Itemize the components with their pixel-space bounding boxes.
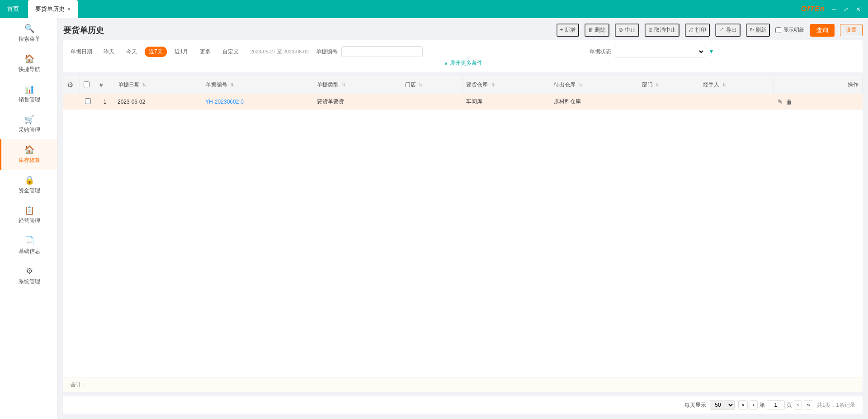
system-mgmt-icon: ⚙ (26, 266, 33, 276)
next-page-button[interactable]: › (794, 400, 802, 409)
page-size-select[interactable]: 10 20 50 100 (710, 400, 735, 410)
content-area: 要货单历史 + 新增 🗑 删除 ⊘ 中止 ⊘ 取消中止 🖨 打印 ↗ 导出 ↻ … (58, 18, 868, 419)
print-button[interactable]: 🖨 打印 (685, 24, 710, 37)
main-layout: 🔍 搜索菜单 🏠 快捷导航 📊 销售管理 🛒 采购管理 🏠 库存核算 🔒 资金管… (0, 18, 868, 419)
sidebar-item-sales-mgmt-label: 销售管理 (19, 96, 40, 104)
doc-number-input[interactable] (341, 46, 423, 57)
pending-warehouse-col-header: 待出仓库 ⇅ (550, 76, 638, 94)
doc-number-sort-icon[interactable]: ⇅ (230, 82, 234, 87)
top-bar: 首页 要货单历史 × OfTEn ─ ⤢ ✕ (0, 0, 868, 18)
row-edit-icon[interactable]: ✎ (778, 98, 783, 105)
handler-col-label: 经手人 (703, 81, 719, 88)
row-delete-icon[interactable]: 🗑 (786, 98, 792, 105)
last-page-button[interactable]: » (804, 400, 813, 409)
doc-status-select[interactable] (615, 46, 705, 57)
expand-more-button[interactable]: ∨ 展开更多条件 (71, 59, 855, 67)
table-header-row: ⚙ # 单据日期 ⇅ 单据编号 ⇅ (63, 76, 863, 94)
settings-button[interactable]: 设置 (840, 24, 863, 36)
export-button[interactable]: ↗ 导出 (715, 24, 740, 37)
sidebar-item-operations-mgmt[interactable]: 📋 经营管理 (0, 200, 57, 230)
first-page-button[interactable]: « (738, 400, 748, 409)
sidebar-item-finance-mgmt[interactable]: 🔒 资金管理 (0, 170, 57, 200)
sidebar-item-basic-info[interactable]: 📄 基础信息 (0, 230, 57, 261)
num-col-header: # (96, 76, 114, 94)
sidebar-item-sales-mgmt[interactable]: 📊 销售管理 (0, 79, 57, 109)
window-resize-icon[interactable]: ⤢ (844, 6, 849, 13)
table-spacer (63, 110, 863, 377)
handler-col-header: 经手人 ⇅ (699, 76, 774, 94)
page-suffix: 页 (787, 401, 792, 409)
table-container: ⚙ # 单据日期 ⇅ 单据编号 ⇅ (63, 76, 863, 392)
table-footer: 合计： (63, 377, 863, 392)
handler-sort-icon[interactable]: ⇅ (722, 82, 726, 87)
row-checkbox[interactable] (85, 98, 91, 104)
doc-number-label: 单据编号 (316, 48, 338, 56)
display-detail-checkbox-group[interactable]: 显示明细 (775, 26, 805, 34)
doc-number-col-header: 单据编号 ⇅ (202, 76, 313, 94)
date-btn-last7days[interactable]: 近7天 (145, 47, 167, 57)
tab-home[interactable]: 首页 (0, 0, 26, 18)
sidebar-item-quick-nav[interactable]: 🏠 快捷导航 (0, 48, 57, 79)
query-button[interactable]: 查询 (810, 24, 835, 37)
status-dropdown-icon[interactable]: ▼ (709, 48, 714, 55)
table-row: 1 2023-06-02 YH-20230602-0 要货单要货 车间库 原材料… (63, 94, 863, 110)
tab-close-icon[interactable]: × (67, 6, 71, 12)
date-btn-today[interactable]: 今天 (122, 47, 141, 57)
select-all-checkbox[interactable] (84, 81, 90, 87)
sidebar-item-purchase-mgmt[interactable]: 🛒 采购管理 (0, 109, 57, 139)
row-doc-number-cell: YH-20230602-0 (202, 94, 313, 110)
doc-date-col-header: 单据日期 ⇅ (114, 76, 202, 94)
doc-type-sort-icon[interactable]: ⇅ (342, 82, 345, 87)
date-btn-custom[interactable]: 自定义 (218, 47, 243, 57)
doc-status-filter-group: 单据状态 ▼ (590, 46, 855, 57)
date-btn-last1month[interactable]: 近1月 (170, 47, 193, 57)
doc-type-col-label: 单据类型 (317, 81, 339, 88)
sidebar-item-basic-info-label: 基础信息 (19, 248, 40, 255)
display-detail-checkbox[interactable] (775, 27, 781, 33)
row-doc-number-link[interactable]: YH-20230602-0 (205, 99, 244, 105)
prev-page-button[interactable]: ‹ (750, 400, 758, 409)
tab-requisition-history[interactable]: 要货单历史 × (28, 0, 78, 18)
settings-col-header: ⚙ (63, 76, 80, 94)
brand-text: OfTEn (801, 5, 825, 13)
stop-button[interactable]: ⊘ 中止 (615, 24, 639, 37)
date-filter-label: 单据日期 (71, 48, 92, 56)
department-col-header: 部门 ⇅ (638, 76, 699, 94)
sidebar-item-system-mgmt[interactable]: ⚙ 系统管理 (0, 261, 57, 291)
department-sort-icon[interactable]: ⇅ (656, 82, 659, 87)
doc-type-col-header: 单据类型 ⇅ (313, 76, 401, 94)
row-handler-cell (699, 94, 774, 110)
pagination-bar: 每页显示 10 20 50 100 « ‹ 第 页 › » 共1页，1条记录 (63, 396, 863, 414)
current-page-input[interactable] (767, 400, 785, 409)
doc-date-col-label: 单据日期 (118, 81, 140, 88)
window-close-icon[interactable]: ✕ (856, 6, 861, 13)
date-btn-more[interactable]: 更多 (196, 47, 215, 57)
req-warehouse-sort-icon[interactable]: ⇅ (491, 82, 495, 87)
toolbar: + 新增 🗑 删除 ⊘ 中止 ⊘ 取消中止 🖨 打印 ↗ 导出 ↻ 刷新 显示明… (557, 24, 863, 37)
window-minimize-icon[interactable]: ─ (832, 6, 836, 13)
inventory-calc-icon: 🏠 (24, 145, 34, 155)
table-settings-icon[interactable]: ⚙ (67, 81, 73, 89)
doc-number-col-label: 单据编号 (206, 81, 227, 88)
store-sort-icon[interactable]: ⇅ (419, 82, 422, 87)
pending-warehouse-col-label: 待出仓库 (554, 81, 576, 88)
total-info: 共1页，1条记录 (817, 401, 855, 409)
quick-nav-icon: 🏠 (24, 54, 34, 64)
sidebar-item-inventory-calc[interactable]: 🏠 库存核算 (0, 139, 57, 170)
sidebar-item-search-menu[interactable]: 🔍 搜索菜单 (0, 18, 57, 48)
page-header: 要货单历史 + 新增 🗑 删除 ⊘ 中止 ⊘ 取消中止 🖨 打印 ↗ 导出 ↻ … (63, 24, 863, 37)
refresh-button[interactable]: ↻ 刷新 (746, 24, 770, 37)
cancel-stop-button[interactable]: ⊘ 取消中止 (645, 24, 679, 37)
doc-number-filter-group: 单据编号 (316, 46, 582, 57)
date-btn-yesterday[interactable]: 昨天 (99, 47, 118, 57)
sidebar-item-inventory-calc-label: 库存核算 (19, 157, 40, 164)
doc-status-label: 单据状态 (590, 48, 611, 56)
delete-button[interactable]: 🗑 删除 (585, 24, 609, 37)
date-range-display: 2023-05-27 至 2023-06-02 (250, 48, 309, 55)
new-button[interactable]: + 新增 (557, 24, 579, 37)
summary-label: 合计： (71, 381, 87, 389)
pending-warehouse-sort-icon[interactable]: ⇅ (579, 82, 582, 87)
store-col-label: 门店 (405, 81, 416, 88)
doc-date-sort-icon[interactable]: ⇅ (142, 82, 146, 87)
page-size-label: 每页显示 (684, 401, 706, 409)
